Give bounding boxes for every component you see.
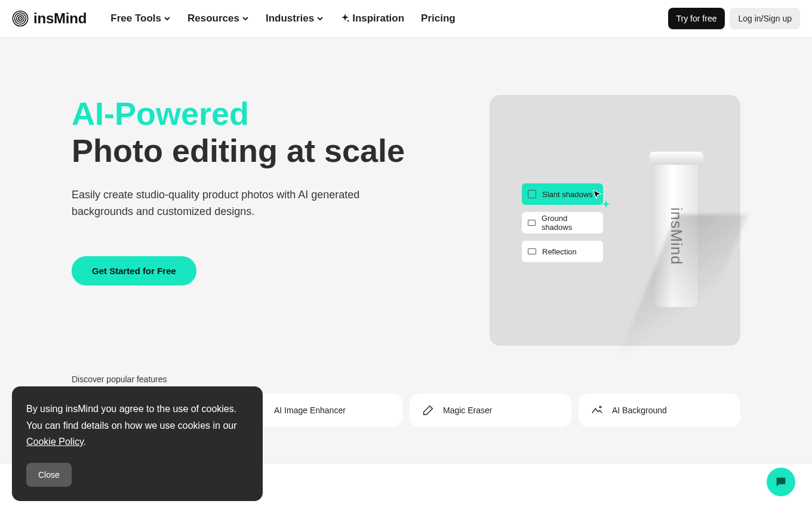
hero-text: AI-Powered Photo editing at scale Easily… (72, 95, 454, 285)
nav-label: Pricing (421, 13, 456, 24)
feature-card-ai-background[interactable]: AI Background (579, 394, 740, 427)
cookie-banner: By using insMind you agree to the use of… (12, 386, 263, 501)
hero-headline: AI-Powered Photo editing at scale (72, 95, 454, 169)
shadow-chips: Slant shadows Ground shadows Reflection (522, 183, 603, 262)
chip-label: Ground shadows (542, 214, 595, 232)
svg-point-8 (599, 406, 601, 408)
brand-logo[interactable]: insMind (12, 10, 87, 27)
cookie-text: By using insMind you agree to the use of… (26, 401, 248, 450)
brand-name: insMind (33, 10, 87, 27)
header-actions: Try for free Log in/Sign up (668, 8, 800, 29)
nav-resources[interactable]: Resources (187, 13, 249, 24)
spiral-icon (12, 10, 29, 27)
chat-icon (774, 475, 788, 489)
cursor-icon (592, 189, 603, 202)
nav-free-tools[interactable]: Free Tools (110, 13, 171, 24)
nav-label: Industries (266, 13, 314, 24)
cookie-copy: By using insMind you agree to the use of… (26, 404, 237, 430)
svg-point-5 (347, 20, 349, 22)
square-icon (528, 190, 536, 198)
login-signup-button[interactable]: Log in/Sign up (730, 8, 800, 29)
headline-accent: AI-Powered (72, 95, 454, 132)
feature-card-ai-image-enhancer[interactable]: AI Image Enhancer (241, 394, 402, 427)
hero-subcopy: Easily create studio-quality product pho… (72, 187, 382, 220)
tube-label: insMind (667, 207, 685, 265)
cookie-copy-end: . (84, 437, 86, 447)
product-tube: insMind (648, 152, 705, 307)
get-started-button[interactable]: Get Started for Free (72, 256, 196, 285)
nav-label: Resources (187, 13, 239, 24)
site-header: insMind Free Tools Resources Industries … (0, 0, 812, 38)
chip-reflection[interactable]: Reflection (522, 241, 603, 262)
try-for-free-button[interactable]: Try for free (668, 8, 725, 29)
feature-label: AI Background (612, 406, 667, 415)
rect-icon (528, 248, 536, 254)
eraser-icon (422, 404, 435, 417)
primary-nav: Free Tools Resources Industries Inspirat… (110, 13, 668, 24)
tube-body: insMind (655, 165, 698, 307)
nav-industries[interactable]: Industries (266, 13, 324, 24)
nav-label: Free Tools (110, 13, 161, 24)
hero-visual: insMind Slant shadows Ground shadows Ref… (490, 95, 740, 346)
feature-label: Magic Eraser (443, 406, 492, 415)
cookie-close-button[interactable]: Close (26, 463, 72, 487)
chip-slant-shadows[interactable]: Slant shadows (522, 183, 603, 205)
rect-icon (528, 220, 536, 226)
nav-inspiration[interactable]: Inspiration (340, 13, 404, 24)
cookie-policy-link[interactable]: Cookie Policy (26, 437, 84, 447)
ai-background-icon (590, 404, 604, 417)
svg-point-4 (20, 18, 21, 19)
nav-label: Inspiration (352, 13, 404, 24)
tube-cap (650, 152, 703, 165)
nav-pricing[interactable]: Pricing (421, 13, 456, 24)
chip-ground-shadows[interactable]: Ground shadows (522, 212, 603, 234)
sparkle-icon (340, 14, 350, 23)
features-heading: Discover popular features (72, 374, 740, 384)
chevron-down-icon (316, 15, 324, 22)
chip-label: Reflection (542, 247, 577, 256)
chevron-down-icon (242, 15, 249, 22)
chat-widget-button[interactable] (767, 468, 795, 496)
feature-label: AI Image Enhancer (274, 406, 346, 415)
chip-label: Slant shadows (542, 190, 593, 199)
headline-main: Photo editing at scale (72, 132, 454, 169)
feature-card-magic-eraser[interactable]: Magic Eraser (410, 394, 571, 427)
chevron-down-icon (164, 15, 171, 22)
